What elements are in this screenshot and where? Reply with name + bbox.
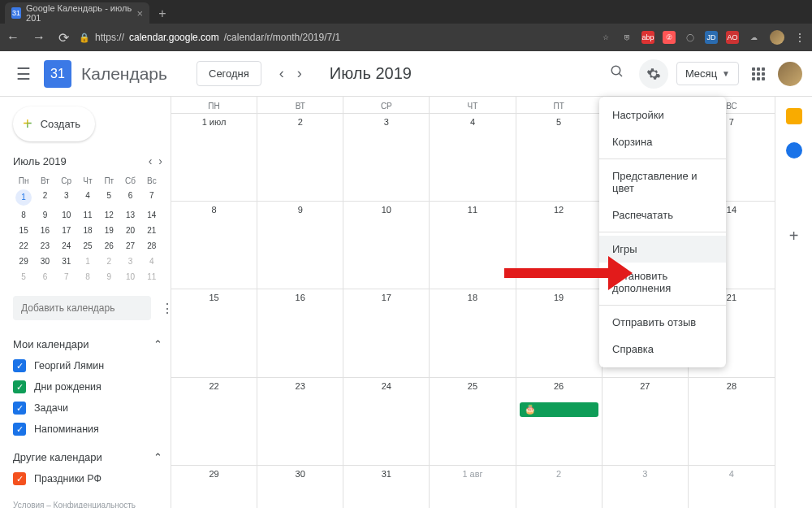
mini-day-cell[interactable]: 29 (13, 254, 34, 269)
calendar-item[interactable]: ✓Праздники РФ (13, 468, 162, 489)
extension-icon[interactable]: ◯ (684, 31, 697, 44)
mini-day-cell[interactable]: 13 (119, 207, 140, 223)
day-cell[interactable]: 3 (343, 114, 430, 201)
view-selector[interactable]: Месяц ▼ (676, 62, 739, 85)
day-cell[interactable]: 25 (430, 378, 516, 465)
extension-icon[interactable]: ☁ (747, 31, 760, 44)
mini-day-cell[interactable]: 28 (141, 238, 162, 254)
mini-day-cell[interactable]: 8 (77, 269, 98, 284)
mini-day-cell[interactable]: 20 (119, 223, 140, 238)
mini-day-cell[interactable]: 27 (119, 238, 140, 254)
day-cell[interactable]: 29 (171, 466, 257, 508)
menu-item[interactable]: Представление и цвет (599, 163, 726, 202)
calendar-item[interactable]: ✓Георгий Лямин (13, 355, 162, 376)
mini-day-cell[interactable]: 11 (141, 269, 162, 284)
mini-day-cell[interactable]: 16 (34, 223, 55, 238)
mini-day-cell[interactable]: 5 (13, 269, 34, 284)
other-calendars-toggle[interactable]: Другие календари ⌃ (13, 446, 162, 468)
day-cell[interactable]: 2 (257, 114, 343, 201)
create-button[interactable]: + Создать (13, 106, 95, 141)
my-calendars-toggle[interactable]: Мои календари ⌃ (13, 333, 162, 355)
checkbox-icon[interactable]: ✓ (13, 380, 26, 393)
menu-item[interactable]: Настройки (599, 102, 726, 128)
mini-day-cell[interactable]: 11 (77, 207, 98, 223)
day-cell[interactable]: 5 (516, 114, 603, 201)
mini-day-cell[interactable]: 12 (98, 207, 119, 223)
apps-launcher-icon[interactable] (747, 63, 770, 85)
mini-day-cell[interactable]: 10 (119, 269, 140, 284)
profile-thumb[interactable] (770, 30, 784, 45)
mini-prev-button[interactable]: ‹ (149, 154, 153, 167)
new-tab-button[interactable]: + (153, 4, 172, 24)
mini-day-cell[interactable]: 30 (34, 254, 55, 269)
day-cell[interactable]: 10 (343, 202, 430, 289)
calendar-options-icon[interactable]: ⋮ (158, 297, 171, 319)
day-cell[interactable]: 28 (689, 378, 775, 465)
mini-day-cell[interactable]: 10 (56, 207, 77, 223)
mini-day-cell[interactable]: 14 (141, 207, 162, 223)
mini-day-cell[interactable]: 2 (98, 254, 119, 269)
menu-item[interactable]: Установить дополнения (599, 263, 726, 302)
checkbox-icon[interactable]: ✓ (13, 423, 26, 436)
checkbox-icon[interactable]: ✓ (13, 359, 26, 372)
mini-day-cell[interactable]: 18 (77, 223, 98, 238)
day-cell[interactable]: 1 авг (430, 466, 516, 508)
mini-day-cell[interactable]: 8 (13, 207, 34, 223)
mini-day-cell[interactable]: 1 (15, 189, 32, 206)
menu-item[interactable]: Игры (599, 236, 726, 263)
forward-button[interactable]: → (32, 30, 45, 46)
mini-day-cell[interactable]: 24 (56, 238, 77, 254)
day-cell[interactable]: 18 (430, 289, 516, 376)
mini-day-cell[interactable]: 21 (141, 223, 162, 238)
day-cell[interactable]: 24 (343, 378, 430, 465)
day-cell[interactable]: 11 (430, 202, 516, 289)
mini-day-cell[interactable]: 19 (98, 223, 119, 238)
calendar-item[interactable]: ✓Напоминания (13, 419, 162, 440)
day-cell[interactable]: 17 (343, 289, 430, 376)
mini-day-cell[interactable]: 4 (141, 254, 162, 269)
mini-day-cell[interactable]: 2 (34, 188, 55, 207)
day-cell[interactable]: 27 (603, 378, 689, 465)
mini-day-cell[interactable]: 6 (34, 269, 55, 284)
day-cell[interactable]: 31 (343, 466, 430, 508)
day-cell[interactable]: 12 (516, 202, 603, 289)
side-panel-app-icon[interactable] (786, 142, 802, 158)
day-cell[interactable]: 4 (430, 114, 516, 201)
day-cell[interactable]: 9 (257, 202, 343, 289)
mini-day-cell[interactable]: 23 (34, 238, 55, 254)
day-cell[interactable]: 4 (689, 466, 775, 508)
mini-day-cell[interactable]: 6 (119, 188, 140, 207)
mini-day-cell[interactable]: 5 (98, 188, 119, 207)
hamburger-icon[interactable]: ☰ (10, 58, 37, 90)
day-cell[interactable]: 3 (603, 466, 689, 508)
side-panel-app-icon[interactable] (786, 108, 802, 124)
mini-day-cell[interactable]: 3 (119, 254, 140, 269)
account-avatar[interactable] (778, 62, 802, 86)
search-icon[interactable] (603, 58, 631, 89)
menu-item[interactable]: Справка (599, 336, 726, 363)
today-button[interactable]: Сегодня (197, 61, 261, 86)
extension-icon[interactable]: abp (641, 31, 654, 44)
extension-icon[interactable]: AO (726, 31, 739, 44)
day-cell[interactable]: 2 (516, 466, 603, 508)
extension-icon[interactable]: ☆ (599, 31, 612, 44)
mini-day-cell[interactable]: 9 (34, 207, 55, 223)
mini-day-cell[interactable]: 7 (141, 188, 162, 207)
mini-day-cell[interactable]: 3 (56, 188, 77, 207)
day-cell[interactable]: 15 (171, 289, 257, 376)
settings-button[interactable] (639, 59, 668, 89)
day-cell[interactable]: 8 (171, 202, 257, 289)
mini-day-cell[interactable]: 26 (98, 238, 119, 254)
close-icon[interactable]: × (136, 7, 143, 20)
prev-month-button[interactable]: ‹ (274, 60, 289, 87)
mini-day-cell[interactable]: 22 (13, 238, 34, 254)
back-button[interactable]: ← (6, 30, 19, 46)
checkbox-icon[interactable]: ✓ (13, 402, 26, 415)
menu-item[interactable]: Отправить отзыв (599, 309, 726, 336)
browser-tab[interactable]: 31 Google Календарь - июль 201 × (5, 2, 149, 24)
day-cell[interactable]: 1 июл (171, 114, 257, 201)
add-addon-button[interactable]: + (789, 227, 799, 245)
day-cell[interactable]: 22 (171, 378, 257, 465)
footer-links[interactable]: Условия – Конфиденциальность (13, 501, 162, 508)
extension-icon[interactable]: JD (705, 31, 718, 44)
